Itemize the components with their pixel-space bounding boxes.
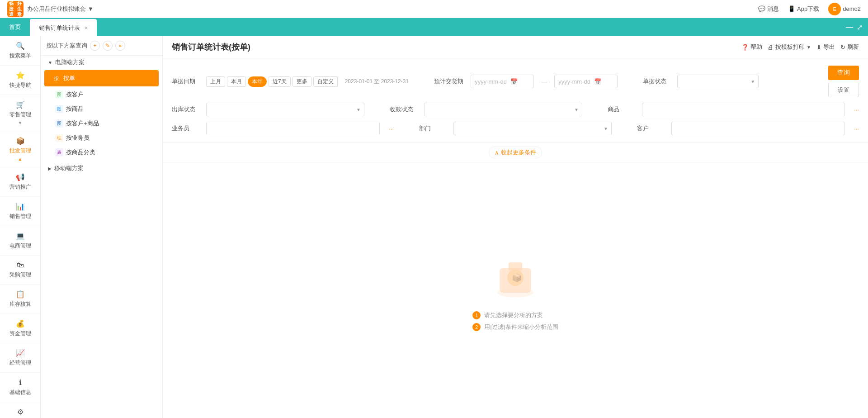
query-btn[interactable]: 查询 xyxy=(828,66,859,80)
by-customer-label: 按客户 xyxy=(66,90,84,99)
print-label: 按模板打印 xyxy=(775,43,805,51)
by-customer-product-icon: 图 xyxy=(55,119,63,128)
sidebar-item-wholesale[interactable]: 📦 批发管理 ▲ xyxy=(0,131,40,167)
sidebar-item-search[interactable]: 🔍 搜索菜单 xyxy=(0,36,40,66)
date-placeholder-2: yyyy-mm-dd xyxy=(558,78,590,85)
filter-row-1: 单据日期 上月 本月 本年 近7天 更多 自定义 2023-01-01 至 20… xyxy=(172,66,859,97)
download-btn[interactable]: 📱 App下载 xyxy=(788,5,819,13)
export-icon: ⬇ xyxy=(816,44,821,51)
wholesale-icon: 📦 xyxy=(16,137,25,145)
export-label: 导出 xyxy=(823,43,835,51)
empty-tip-2: 2 用[过滤]条件来缩小分析范围 xyxy=(472,323,558,331)
tab-close-icon[interactable]: × xyxy=(85,25,88,31)
add-scheme-btn[interactable]: + xyxy=(90,41,100,51)
date-btn-custom[interactable]: 自定义 xyxy=(313,76,338,87)
settings-btn[interactable]: 设置 xyxy=(828,83,859,97)
tree-item-by-customer-product[interactable]: 图 按客户+商品 xyxy=(41,116,162,131)
tree-item-by-product[interactable]: 图 按商品 xyxy=(41,102,162,116)
download-label: App下载 xyxy=(797,5,819,13)
tab-minimize-icon[interactable]: — xyxy=(846,23,853,31)
app-selector[interactable]: 办公用品行业模拟账套 ▼ xyxy=(27,5,94,13)
status-select-box: ▼ xyxy=(677,75,759,88)
tab-active[interactable]: 销售订单统计表 × xyxy=(30,19,97,37)
mobile-section-label: 移动端方案 xyxy=(54,164,84,172)
product-input[interactable] xyxy=(642,103,845,116)
payment-label: 收款状态 xyxy=(390,105,417,114)
tree-item-by-salesperson[interactable]: 柱 按业务员 xyxy=(41,131,162,145)
tree-section-mobile[interactable]: ▶ 移动端方案 xyxy=(41,162,162,175)
collapse-panel-btn[interactable]: « xyxy=(115,41,125,51)
by-product-icon: 图 xyxy=(55,105,63,113)
print-dropdown-icon: ▼ xyxy=(807,45,811,50)
status-label: 单据状态 xyxy=(643,77,670,86)
system-icon: ⚙ xyxy=(17,408,24,416)
dept-select-box: ▼ xyxy=(453,122,612,135)
sidebar-item-sales[interactable]: 📊 销售管理 xyxy=(0,197,40,226)
app-name: 办公用品行业模拟账套 xyxy=(27,5,86,13)
avatar: E xyxy=(828,3,841,15)
message-label: 消息 xyxy=(767,5,779,13)
query-btns: 查询 设置 xyxy=(828,66,859,97)
date-btn-last-month[interactable]: 上月 xyxy=(206,76,225,87)
by-salesperson-label: 按业务员 xyxy=(66,134,90,142)
right-panel: 销售订单统计表(按单) ❓ 帮助 🖨 按模板打印 ▼ ⬇ xyxy=(163,36,868,418)
sidebar-item-basic[interactable]: ℹ 基础信息 xyxy=(0,373,40,402)
user-area[interactable]: E demo2 xyxy=(828,3,861,15)
sidebar-item-ecommerce[interactable]: 💻 电商管理 xyxy=(0,226,40,256)
customer-input[interactable] xyxy=(671,122,845,135)
date-input-start[interactable]: yyyy-mm-dd 📅 xyxy=(471,75,534,88)
date-placeholder-1: yyyy-mm-dd xyxy=(475,78,507,85)
help-label: 帮助 xyxy=(750,43,762,51)
tree-item-by-order[interactable]: 按 按单 xyxy=(44,70,159,86)
date-label: 单据日期 xyxy=(172,77,199,86)
sidebar-item-quicknav[interactable]: ⭐ 快捷导航 xyxy=(0,66,40,95)
date-btn-more[interactable]: 更多 xyxy=(292,76,311,87)
purchase-icon: 🛍 xyxy=(17,261,24,269)
print-btn[interactable]: 🖨 按模板打印 ▼ xyxy=(768,43,811,51)
salesperson-more-icon[interactable]: ··· xyxy=(389,125,394,132)
sidebar-item-retail[interactable]: 🛒 零售管理 ▼ xyxy=(0,95,40,131)
customer-more-icon[interactable]: ··· xyxy=(854,125,859,132)
top-bar-right: 💬 消息 📱 App下载 E demo2 xyxy=(758,3,861,15)
collapse-row: ∧ 收起更多条件 xyxy=(163,143,868,162)
pc-section-label: 电脑端方案 xyxy=(55,58,85,66)
tab-home[interactable]: 首页 xyxy=(0,18,30,36)
collapse-up-icon: ∧ xyxy=(495,149,499,156)
export-btn[interactable]: ⬇ 导出 xyxy=(816,43,835,51)
payment-select[interactable] xyxy=(424,103,582,116)
collapse-btn[interactable]: ∧ 收起更多条件 xyxy=(489,147,542,158)
dept-select[interactable] xyxy=(453,122,612,135)
outbound-select[interactable] xyxy=(206,103,364,116)
refresh-btn[interactable]: ↻ 刷新 xyxy=(840,43,859,51)
tab-maximize-icon[interactable]: ⤢ xyxy=(857,23,863,32)
left-panel: 按以下方案查询 + ✎ « ▼ 电脑端方案 xyxy=(41,36,163,418)
quicknav-icon: ⭐ xyxy=(16,71,25,80)
by-customer-product-label: 按客户+商品 xyxy=(66,119,99,128)
tree-section-pc[interactable]: ▼ 电脑端方案 xyxy=(41,56,162,69)
date-input-end[interactable]: yyyy-mm-dd 📅 xyxy=(554,75,618,88)
date-btn-this-year[interactable]: 本年 xyxy=(248,76,267,87)
sidebar-item-marketing[interactable]: 📢 营销推广 xyxy=(0,167,40,197)
help-btn[interactable]: ❓ 帮助 xyxy=(741,43,762,51)
sidebar-item-finance[interactable]: 💰 资金管理 xyxy=(0,314,40,343)
date-btn-this-month[interactable]: 本月 xyxy=(227,76,246,87)
page-actions: ❓ 帮助 🖨 按模板打印 ▼ ⬇ 导出 ↻ xyxy=(741,43,859,51)
by-category-icon: 表 xyxy=(55,148,63,157)
logo: 畅捷通 好生意 xyxy=(7,1,24,17)
sidebar-item-operations[interactable]: 📈 经营管理 xyxy=(0,343,40,373)
sidebar-item-system[interactable]: ⚙ 系统管理 xyxy=(0,402,40,418)
collapse-panel-icon: « xyxy=(119,43,122,49)
date-btn-7days[interactable]: 近7天 xyxy=(269,76,291,87)
tree-item-by-customer[interactable]: 图 按客户 xyxy=(41,87,162,102)
tree-item-by-category[interactable]: 表 按商品分类 xyxy=(41,145,162,160)
product-more-icon[interactable]: ··· xyxy=(854,106,859,113)
page-header: 销售订单统计表(按单) ❓ 帮助 🖨 按模板打印 ▼ ⬇ xyxy=(163,36,868,58)
ecommerce-icon: 💻 xyxy=(16,232,25,240)
sidebar-item-purchase[interactable]: 🛍 采购管理 xyxy=(0,256,40,285)
status-select[interactable] xyxy=(677,75,759,88)
sidebar-item-inventory[interactable]: 📋 库存核算 xyxy=(0,285,40,314)
edit-scheme-btn[interactable]: ✎ xyxy=(103,41,113,51)
salesperson-input[interactable] xyxy=(206,122,380,135)
message-btn[interactable]: 💬 消息 xyxy=(758,5,779,13)
pc-expand-arrow: ▼ xyxy=(48,60,52,65)
